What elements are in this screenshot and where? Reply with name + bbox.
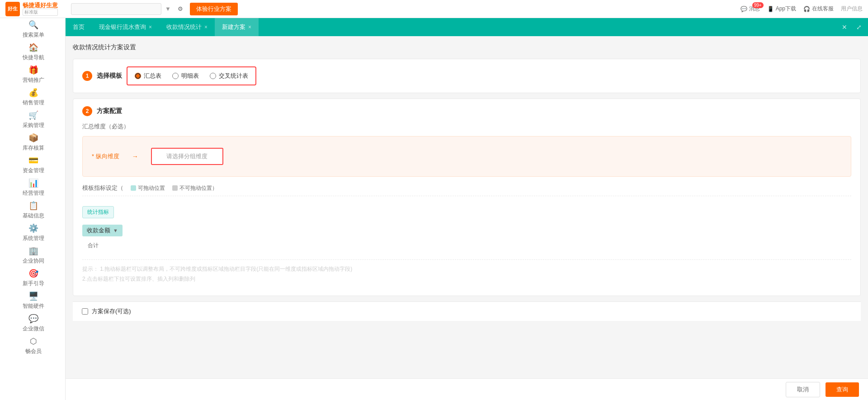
tab-bank-flow[interactable]: 现金银行流水查询 ×: [92, 18, 159, 36]
tab-bank-flow-label: 现金银行流水查询: [99, 23, 146, 31]
cancel-button[interactable]: 取消: [786, 382, 820, 397]
sidebar-item-quick-nav[interactable]: 🏠 快捷导航: [0, 41, 65, 63]
radio-detail[interactable]: 明细表: [172, 72, 199, 80]
industry-button[interactable]: 体验行业方案: [190, 3, 238, 15]
page-title: 收款情况统计方案设置: [73, 43, 861, 52]
marketing-icon: 🎁: [28, 65, 38, 75]
sidebar-label-basic-info: 基础信息: [23, 212, 44, 220]
message-icon: 💬: [741, 6, 747, 12]
wechat-icon: 💬: [28, 314, 38, 324]
guide-icon: 🎯: [28, 268, 38, 278]
metric-tag-arrow-icon: ▼: [113, 228, 118, 233]
online-service-item[interactable]: 🎧 在线客服: [803, 5, 834, 13]
dim-select-box[interactable]: 请选择分组维度: [151, 148, 223, 165]
notice-item[interactable]: 💬 消息 99+: [741, 5, 760, 13]
step1-badge: 1: [82, 71, 92, 81]
top-right-area: 💬 消息 99+ 📱 App下载 🎧 在线客服 用户信息: [741, 5, 863, 13]
notice-badge: 99+: [752, 2, 764, 8]
metrics-title: 模板指标设定（: [82, 184, 123, 192]
metric-tags-row: 收款金额 ▼: [82, 225, 851, 238]
content-area: 首页 现金银行流水查询 × 收款情况统计 × 新建方案 × ✕ ⤢ 收款情况统计…: [66, 18, 868, 400]
logo-icon: 好生: [5, 2, 20, 16]
sidebar-item-purchase[interactable]: 🛒 采购管理: [0, 108, 65, 131]
radio-summary-label: 汇总表: [144, 72, 161, 80]
inventory-icon: 📦: [28, 133, 38, 143]
tab-right-controls: ✕ ⤢: [839, 22, 868, 33]
dropdown-arrow-icon[interactable]: ▼: [165, 5, 171, 12]
tab-new-plan-close[interactable]: ×: [248, 24, 251, 30]
purchase-icon: 🛒: [28, 110, 38, 120]
metric-tag-receipt[interactable]: 收款金额 ▼: [82, 225, 123, 236]
radio-summary[interactable]: 汇总表: [135, 72, 161, 80]
sidebar-item-guide[interactable]: 🎯 新手引导: [0, 267, 65, 289]
tab-bank-flow-close[interactable]: ×: [149, 24, 152, 30]
step2-badge: 2: [82, 106, 92, 116]
sidebar-label-guide: 新手引导: [23, 280, 44, 287]
sidebar-label-smart-hardware: 智能硬件: [23, 302, 44, 310]
query-button[interactable]: 查询: [826, 382, 859, 397]
save-label: 方案保存(可选): [92, 307, 131, 315]
sidebar-item-sales[interactable]: 💰 销售管理: [0, 86, 65, 108]
sidebar-item-smart-hardware[interactable]: 🖥️ 智能硬件: [0, 289, 65, 312]
metrics-area: 统计指标 收款金额 ▼ 合计: [82, 202, 851, 256]
tab-close-btn[interactable]: ✕: [839, 22, 850, 33]
logo-area: 好生 畅捷通好生意 标准版: [5, 2, 71, 16]
logo-badge: 标准版: [23, 9, 58, 16]
gear-icon[interactable]: ⚙: [175, 3, 186, 15]
sidebar-item-operation[interactable]: 📊 经营管理: [0, 176, 65, 199]
sidebar-item-marketing[interactable]: 🎁 营销推广: [0, 63, 65, 86]
sales-icon: 💰: [28, 88, 38, 98]
sidebar-item-wechat[interactable]: 💬 企业微信: [0, 312, 65, 334]
service-icon: 🎧: [803, 6, 810, 12]
app-download-item[interactable]: 📱 App下载: [767, 5, 796, 13]
sidebar-label-member: 畅会员: [25, 348, 42, 355]
dimension-title: 汇总维度（必选）: [82, 122, 851, 131]
legend-draggable-label: 可拖动位置: [138, 184, 165, 192]
sidebar-label-sales: 销售管理: [23, 99, 44, 107]
app-icon: 📱: [767, 6, 774, 12]
step2-label: 方案配置: [97, 107, 122, 115]
step1-section: 1 选择模板 汇总表 明细表: [73, 59, 861, 93]
sidebar-item-inventory[interactable]: 📦 库存核算: [0, 131, 65, 154]
step2-section: 2 方案配置 汇总维度（必选） * 纵向维度 → 请选择分组维度 模板指标设定（: [73, 99, 861, 296]
online-service-label: 在线客服: [812, 5, 834, 13]
logo-text: 畅捷通好生意: [23, 2, 58, 9]
radio-cross[interactable]: 交叉统计表: [210, 72, 248, 80]
app-download-label: App下载: [776, 5, 796, 13]
tab-new-plan[interactable]: 新建方案 ×: [215, 18, 259, 36]
sidebar-label-wechat: 企业微信: [23, 325, 44, 333]
tab-receipt-stat-close[interactable]: ×: [204, 24, 208, 30]
sidebar-item-basic-info[interactable]: 📋 基础信息: [0, 199, 65, 221]
metrics-header: 模板指标设定（ 可拖动位置 不可拖动位置）: [82, 184, 851, 196]
tab-new-plan-label: 新建方案: [222, 23, 245, 31]
metrics-group-label: 统计指标: [82, 206, 114, 218]
tab-expand-btn[interactable]: ⤢: [854, 22, 864, 33]
tab-home[interactable]: 首页: [66, 23, 92, 31]
search-menu-icon: 🔍: [28, 20, 38, 30]
sidebar-label-marketing: 营销推广: [23, 76, 44, 84]
sidebar-label-quick-nav: 快捷导航: [23, 54, 44, 61]
user-info: 用户信息: [841, 5, 863, 13]
radio-detail-input[interactable]: [172, 73, 179, 79]
sidebar-label-operation: 经营管理: [23, 189, 44, 197]
top-bar: 好生 畅捷通好生意 标准版 ▼ ⚙ 体验行业方案 💬 消息 99+ 📱 App下…: [0, 0, 868, 18]
radio-summary-input[interactable]: [135, 73, 141, 79]
main-container: 🔍 搜索菜单 🏠 快捷导航 🎁 营销推广 💰 销售管理 🛒 采购管理 📦 库存核…: [0, 18, 868, 400]
operation-icon: 📊: [28, 178, 38, 188]
radio-cross-input[interactable]: [210, 73, 216, 79]
metric-sub-row: 合计: [82, 240, 851, 251]
sidebar-label-inventory: 库存核算: [23, 144, 44, 152]
radio-detail-label: 明细表: [181, 72, 199, 80]
search-input[interactable]: [71, 3, 161, 15]
save-checkbox[interactable]: [82, 308, 88, 315]
tab-receipt-stat[interactable]: 收款情况统计 ×: [159, 18, 215, 36]
sidebar-item-enterprise[interactable]: 🏢 企业协同: [0, 244, 65, 267]
sidebar-item-search-menu[interactable]: 🔍 搜索菜单: [0, 18, 65, 41]
legend-fixed: 不可拖动位置）: [172, 184, 217, 192]
page-inner: 收款情况统计方案设置 1 选择模板 汇总表: [66, 36, 868, 328]
sidebar-item-system[interactable]: ⚙️ 系统管理: [0, 221, 65, 244]
sidebar-item-member[interactable]: ⬡ 畅会员: [0, 334, 65, 357]
search-area: ▼ ⚙ 体验行业方案: [71, 3, 741, 15]
sidebar-item-finance[interactable]: 💳 资金管理: [0, 154, 65, 176]
tab-receipt-stat-label: 收款情况统计: [166, 23, 202, 31]
